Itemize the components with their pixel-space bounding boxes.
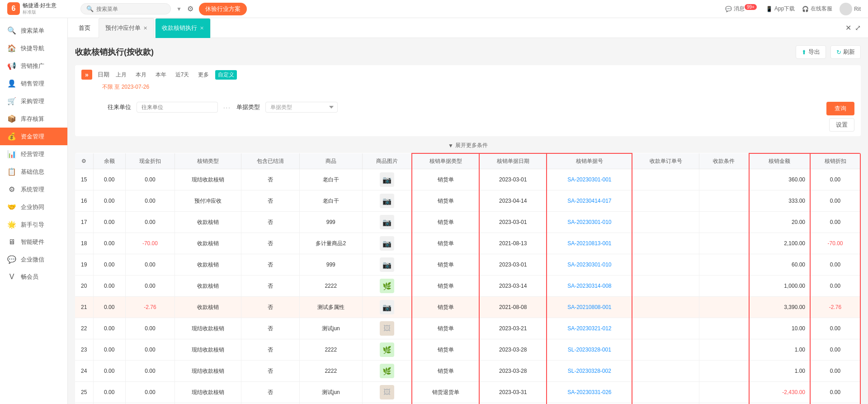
sidebar-label-finance: 资金管理 bbox=[21, 133, 44, 141]
tab-home[interactable]: 首页 bbox=[71, 18, 98, 38]
voucher-no-link[interactable]: SA-20230314-008 bbox=[567, 283, 611, 289]
voucher-no-link[interactable]: SA-20210808-001 bbox=[567, 304, 611, 310]
this-month-btn[interactable]: 本月 bbox=[133, 70, 149, 80]
voucher-no-link[interactable]: SA-20230414-017 bbox=[567, 198, 611, 204]
sidebar-item-search[interactable]: 🔍 搜索菜单 bbox=[0, 22, 67, 39]
custom-date-btn[interactable]: 自定义 bbox=[215, 70, 237, 80]
row-include-settled: 否 bbox=[241, 254, 299, 276]
sidebar-label-inventory: 库存核算 bbox=[21, 115, 44, 123]
row-cancel-voucher-date: 2023-03-28 bbox=[479, 361, 547, 382]
sidebar-item-guide[interactable]: 🌟 新手引导 bbox=[0, 216, 67, 233]
row-cash-discount: 0.00 bbox=[125, 190, 175, 212]
row-balance: 0.00 bbox=[93, 169, 125, 190]
tab-prepay-close[interactable]: ✕ bbox=[143, 18, 147, 38]
sidebar-item-business[interactable]: 📊 经营管理 bbox=[0, 145, 67, 163]
message-label: 消息 bbox=[734, 5, 745, 13]
row-no: 18 bbox=[75, 233, 93, 254]
voucher-no-link[interactable]: SA-20230301-010 bbox=[567, 219, 611, 225]
maximize-tab-btn[interactable]: ⤢ bbox=[855, 24, 861, 32]
col-settings[interactable]: ⚙ bbox=[75, 153, 93, 169]
sidebar-item-hardware[interactable]: 🖥 智能硬件 bbox=[0, 233, 67, 251]
from-unit-input[interactable] bbox=[137, 102, 218, 113]
row-include-settled: 否 bbox=[241, 233, 299, 254]
industry-btn[interactable]: 休验行业方案 bbox=[199, 3, 247, 15]
col-collection-order-no: 收款单订单号 bbox=[632, 153, 699, 169]
sidebar-item-basic[interactable]: 📋 基础信息 bbox=[0, 163, 67, 181]
tab-prepay[interactable]: 预付冲应付单 ✕ bbox=[99, 18, 154, 38]
sidebar-item-marketing[interactable]: 📢 营销推广 bbox=[0, 57, 67, 75]
search-dropdown-btn[interactable]: ▼ bbox=[176, 6, 182, 12]
voucher-no-link[interactable]: SA-20210813-001 bbox=[567, 240, 611, 247]
user-avatar bbox=[840, 3, 852, 15]
filter-settings-btn[interactable]: 设置 bbox=[829, 118, 854, 132]
expand-more-btn[interactable]: ▼ 展开更多条件 bbox=[448, 142, 488, 149]
table-row: 18 0.00 -70.00 收款核销 否 多计量商品2 📷 销货单 2021-… bbox=[75, 233, 860, 254]
row-collection-condition bbox=[699, 212, 749, 233]
row-product: 999 bbox=[299, 254, 362, 276]
row-cancel-discount: 0.00 bbox=[810, 212, 860, 233]
tab-collection-close[interactable]: ✕ bbox=[200, 18, 204, 38]
filter-row: » 日期 上月 本月 本年 近7天 更多 自定义 不限 至 2023-07-26 bbox=[81, 70, 854, 91]
refresh-btn[interactable]: ↻ 刷新 bbox=[830, 45, 861, 59]
voucher-no-link[interactable]: SA-20230301-001 bbox=[567, 176, 611, 183]
row-product-img: 🌿 bbox=[362, 276, 412, 297]
tab-collection[interactable]: 收款核销执行 ✕ bbox=[155, 18, 211, 38]
sidebar-item-sales[interactable]: 👤 销售管理 bbox=[0, 75, 67, 92]
sidebar-item-finance[interactable]: 💰 资金管理 bbox=[0, 128, 67, 145]
user-area[interactable]: Rit bbox=[840, 3, 861, 15]
row-balance: 0.00 bbox=[93, 318, 125, 339]
row-cancel-amount: 10.00 bbox=[749, 318, 810, 339]
search-bar[interactable]: 🔍 bbox=[80, 3, 171, 14]
query-btn[interactable]: 查询 bbox=[826, 102, 854, 115]
sidebar-item-vip[interactable]: V 畅会员 bbox=[0, 268, 67, 285]
last-7days-btn[interactable]: 近7天 bbox=[173, 70, 192, 80]
this-year-btn[interactable]: 本年 bbox=[153, 70, 169, 80]
handshake-icon: 🤝 bbox=[7, 203, 16, 211]
row-no: 20 bbox=[75, 276, 93, 297]
sidebar-item-corp[interactable]: 🤝 企业协同 bbox=[0, 198, 67, 216]
search-input[interactable] bbox=[96, 6, 160, 12]
row-cash-discount: 0.00 bbox=[125, 254, 175, 276]
sidebar-item-inventory[interactable]: 📦 库存核算 bbox=[0, 110, 67, 128]
row-cash-discount: 0.00 bbox=[125, 382, 175, 403]
person-icon: 👤 bbox=[7, 79, 16, 88]
app-download-btn[interactable]: 📱 App下载 bbox=[766, 5, 795, 13]
product-image: 📷 bbox=[380, 300, 394, 314]
row-include-settled: 否 bbox=[241, 190, 299, 212]
filter-expand-btn[interactable]: » bbox=[81, 70, 92, 80]
row-include-settled: 否 bbox=[241, 382, 299, 403]
filter-row-2: 往来单位 ··· 单据类型 单据类型 查询 设置 bbox=[81, 102, 854, 132]
row-cancel-voucher-date: 2023-03-01 bbox=[479, 212, 547, 233]
voucher-type-label: 单据类型 bbox=[236, 103, 260, 111]
row-cancel-discount: 0.00 bbox=[810, 361, 860, 382]
voucher-no-link[interactable]: SL-20230328-001 bbox=[568, 347, 611, 353]
row-product-img: 📷 bbox=[362, 169, 412, 190]
last-month-btn[interactable]: 上月 bbox=[113, 70, 129, 80]
vip-icon: V bbox=[7, 273, 16, 281]
sidebar-item-quick[interactable]: 🏠 快捷导航 bbox=[0, 39, 67, 57]
table-row: 20 0.00 0.00 收款核销 否 2222 🌿 销货单 2023-03-1… bbox=[75, 276, 860, 297]
row-cash-discount: -70.00 bbox=[125, 233, 175, 254]
sidebar-label-quick: 快捷导航 bbox=[21, 44, 44, 52]
voucher-no-link[interactable]: SA-20230331-026 bbox=[567, 389, 611, 395]
sidebar-item-purchase[interactable]: 🛒 采购管理 bbox=[0, 92, 67, 110]
voucher-no-link[interactable]: SL-20230328-002 bbox=[568, 368, 611, 374]
row-collection-condition bbox=[699, 190, 749, 212]
row-collection-order-no bbox=[632, 276, 699, 297]
message-btn[interactable]: 💬 消息 99+ bbox=[725, 5, 759, 13]
row-cancel-voucher-date: 2021-08-08 bbox=[479, 297, 547, 318]
more-date-btn[interactable]: 更多 bbox=[195, 70, 212, 80]
row-no: 21 bbox=[75, 297, 93, 318]
sidebar-item-wechat[interactable]: 💬 企业微信 bbox=[0, 251, 67, 268]
row-cancel-discount: 0.00 bbox=[810, 318, 860, 339]
chat-icon: 💬 bbox=[7, 255, 16, 264]
settings-icon[interactable]: ⚙ bbox=[187, 5, 193, 13]
voucher-no-link[interactable]: SA-20230321-012 bbox=[567, 325, 611, 332]
voucher-no-link[interactable]: SA-20230301-010 bbox=[567, 261, 611, 268]
close-tab-btn[interactable]: ✕ bbox=[845, 24, 851, 32]
row-include-settled: 否 bbox=[241, 318, 299, 339]
export-btn[interactable]: ⬆ 导出 bbox=[796, 45, 826, 59]
sidebar-item-system[interactable]: ⚙ 系统管理 bbox=[0, 181, 67, 198]
online-service-btn[interactable]: 🎧 在线客服 bbox=[802, 5, 832, 13]
voucher-type-select[interactable]: 单据类型 bbox=[265, 102, 338, 113]
